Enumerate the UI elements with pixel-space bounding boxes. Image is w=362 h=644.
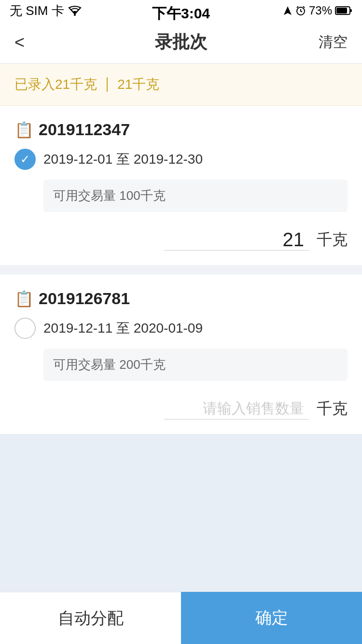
recorded-label: 已录入21千克 xyxy=(14,75,97,94)
batch-date-row-1: ✓ 2019-12-01 至 2019-12-30 xyxy=(0,144,362,175)
battery-text: 73% xyxy=(309,4,332,17)
svg-line-4 xyxy=(297,6,298,8)
alarm-icon xyxy=(295,5,306,16)
svg-line-5 xyxy=(303,6,305,8)
status-right: 73% xyxy=(283,4,352,17)
qty-placeholder-2: 请输入销售数量 xyxy=(203,399,304,419)
batch-icon-1: 📋 xyxy=(14,121,34,139)
auto-distribute-button[interactable]: 自动分配 xyxy=(0,592,181,644)
qty-input-row-1: 21 千克 xyxy=(0,222,362,265)
radio-button-1[interactable]: ✓ xyxy=(14,149,36,170)
wifi-icon xyxy=(68,5,82,16)
available-qty-1: 可用交易量 100千克 xyxy=(43,180,348,212)
svg-rect-7 xyxy=(350,9,352,12)
total-label: 21千克 xyxy=(117,75,159,94)
nav-bar: < 录批次 清空 xyxy=(0,21,362,64)
summary-banner: 已录入21千克 21千克 xyxy=(0,64,362,106)
check-mark-1: ✓ xyxy=(20,153,30,166)
qty-unit-2: 千克 xyxy=(317,398,348,420)
qty-underline-2[interactable]: 请输入销售数量 xyxy=(164,398,309,420)
batch-separator xyxy=(0,265,362,275)
qty-value-1: 21 xyxy=(283,229,305,251)
batch-id-2: 2019126781 xyxy=(39,289,130,308)
qty-unit-1: 千克 xyxy=(317,229,348,251)
batch-id-1: 2019112347 xyxy=(39,120,130,139)
location-icon xyxy=(283,5,292,16)
batch-date-1: 2019-12-01 至 2019-12-30 xyxy=(43,150,203,168)
confirm-button[interactable]: 确定 xyxy=(181,592,362,644)
status-bar: 无 SIM 卡 下午3:04 73% xyxy=(0,0,362,21)
status-time: 下午3:04 xyxy=(152,4,210,24)
qty-input-row-2: 请输入销售数量 千克 xyxy=(0,391,362,434)
batch-date-2: 2019-12-11 至 2020-01-09 xyxy=(43,319,203,337)
radio-button-2[interactable] xyxy=(14,318,36,339)
bottom-action-bar: 自动分配 确定 xyxy=(0,592,362,644)
batch-header-1: 📋 2019112347 xyxy=(0,106,362,144)
back-button[interactable]: < xyxy=(14,32,43,53)
batch-date-row-2: 2019-12-11 至 2020-01-09 xyxy=(0,313,362,344)
batch-header-2: 📋 2019126781 xyxy=(0,275,362,313)
no-sim-text: 无 SIM 卡 xyxy=(10,2,64,19)
svg-rect-8 xyxy=(336,8,347,14)
qty-underline-1[interactable]: 21 xyxy=(164,229,309,251)
page-title: 录批次 xyxy=(155,30,207,54)
batch-icon-2: 📋 xyxy=(14,290,34,308)
status-left: 无 SIM 卡 xyxy=(10,2,82,19)
batch-card-2: 📋 2019126781 2019-12-11 至 2020-01-09 可用交… xyxy=(0,275,362,434)
available-qty-2: 可用交易量 200千克 xyxy=(43,349,348,381)
battery-icon xyxy=(335,6,352,15)
batch-card-1: 📋 2019112347 ✓ 2019-12-01 至 2019-12-30 可… xyxy=(0,106,362,265)
summary-divider xyxy=(107,77,108,92)
svg-point-0 xyxy=(74,14,76,16)
clear-button[interactable]: 清空 xyxy=(319,32,348,52)
